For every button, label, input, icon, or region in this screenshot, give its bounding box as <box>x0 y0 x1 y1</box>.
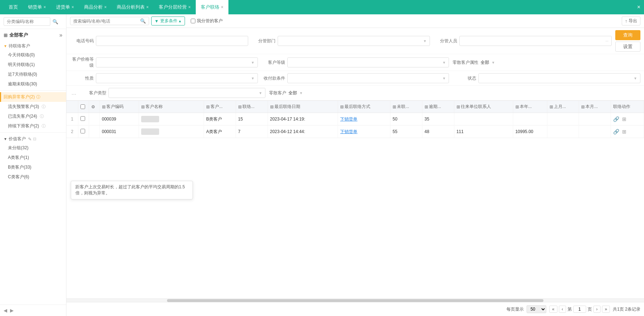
filter-more-btn[interactable]: ▼ 更多条件 ▲ <box>151 16 185 25</box>
phone-input[interactable] <box>96 36 248 46</box>
loss-warning-info-icon[interactable]: ⓘ <box>42 104 46 109</box>
th-last-contact-date: ⊞ 最后联络日期 <box>268 101 338 113</box>
pending-group-label: ▼ 待联络客户 <box>0 41 66 50</box>
row-1-checkbox[interactable] <box>80 116 85 121</box>
value-group-label: ▼ 价值客户 ✎ ⊡ <box>0 134 66 143</box>
row-2-check[interactable] <box>78 126 89 138</box>
sidebar-search-icon[interactable]: 🔍 <box>52 19 58 24</box>
nav-product-analysis[interactable]: 商品分析 × <box>79 0 112 14</box>
filter-search-icon[interactable]: 🔍 <box>140 18 146 24</box>
page-num-input[interactable] <box>573 306 586 313</box>
query-button[interactable]: 查询 <box>615 30 640 40</box>
row-2-link-icon[interactable]: 🔗 <box>613 129 619 135</box>
sidebar-item-a-class[interactable]: A类客户(1) <box>0 153 66 162</box>
rebuy-info-icon[interactable]: ⓘ <box>36 94 40 100</box>
th-name: ⊞ 客户名称 <box>139 101 204 113</box>
my-customer-check[interactable]: 我分管的客户 <box>191 18 223 24</box>
nav-purchase[interactable]: 进货单 × <box>51 0 79 14</box>
nav-product-list-close[interactable]: × <box>146 5 149 10</box>
cust-type-select[interactable]: ▼ <box>108 88 265 98</box>
gender-cell: 性质 ▼ <box>70 73 258 83</box>
row-1-this-month <box>579 113 611 126</box>
window-close-btn[interactable]: × <box>637 4 640 10</box>
row-1-link-icon[interactable]: 🔗 <box>613 116 619 122</box>
row-2-more-icon[interactable]: ⊞ <box>622 129 626 135</box>
retail-attr-inline[interactable]: 零散客户属性 全部 ▼ <box>453 57 640 67</box>
sidebar-collapse-btn[interactable]: » <box>59 32 62 38</box>
filter-dots-btn[interactable]: ... <box>71 90 76 96</box>
th-settings[interactable]: ⚙ <box>89 101 99 113</box>
cust-type-arrow: ▼ <box>259 91 262 95</box>
person-arrow: ··· <box>606 39 608 43</box>
row-1-last-date: 2023-04-17 14:19: <box>268 113 338 126</box>
settings-button[interactable]: 设置 <box>615 42 640 52</box>
dept-select[interactable]: ▼ <box>278 36 430 46</box>
lost-info-icon[interactable]: ⓘ <box>40 114 44 118</box>
sidebar-bottom: ◀ ▶ <box>0 305 66 316</box>
sidebar-item-today[interactable]: 今天待联络(0) <box>0 50 66 60</box>
sidebar-item-tomorrow[interactable]: 明天待联络(1) <box>0 60 66 70</box>
gender-select[interactable]: ▼ <box>96 73 258 83</box>
page-last-btn[interactable]: » <box>602 306 610 313</box>
row-1-code: 000039 <box>99 113 139 126</box>
page-first-btn[interactable]: « <box>549 306 557 313</box>
sidebar-arrow-right[interactable]: ▶ <box>10 308 14 313</box>
sidebar-item-loss-warning[interactable]: 流失预警客户(3) ⓘ <box>0 102 66 112</box>
sidebar-item-b-class[interactable]: B类客户(33) <box>0 162 66 172</box>
nav-product-analysis-close[interactable]: × <box>104 5 107 10</box>
row-1-more-icon[interactable]: ⊞ <box>622 116 626 122</box>
page-next-btn[interactable]: › <box>593 306 601 313</box>
page-size-select[interactable]: 50 100 200 <box>527 305 546 313</box>
sidebar-item-ungrouped[interactable]: 未分组(32) <box>0 143 66 153</box>
nav-product-list[interactable]: 商品分析列表 × <box>112 0 154 14</box>
price-level-cell: 客户价格等级 ▼ <box>70 56 258 69</box>
retail-cust-inline[interactable]: 零散客户 全部 ▼ <box>269 88 640 98</box>
row-1-action: 🔗 ⊞ <box>611 113 644 126</box>
price-level-arrow: ▼ <box>251 61 255 65</box>
my-customer-checkbox[interactable] <box>191 19 195 23</box>
cust-level-select[interactable]: ▼ <box>287 57 449 67</box>
nav-sales[interactable]: 销货单 × <box>23 0 51 14</box>
row-1-contact: 15 <box>236 113 268 126</box>
select-all-checkbox[interactable] <box>80 104 85 109</box>
payment-select[interactable]: ▼ <box>287 73 449 83</box>
row-1-settings <box>89 113 99 126</box>
filter-search-input[interactable] <box>73 19 139 24</box>
filter-row-2: 客户价格等级 ▼ 客户等级 ▼ 零散客户属性 全部 ▼ <box>66 54 644 71</box>
price-level-select[interactable]: ▼ <box>96 57 258 67</box>
row-1-check[interactable] <box>78 113 89 126</box>
sidebar-item-7days[interactable]: 近7天待联络(0) <box>0 70 66 79</box>
th-unit-contact: ⊞ 往来单位联系人 <box>454 101 513 113</box>
sidebar-item-overdue[interactable]: 逾期未联络(30) <box>0 79 66 89</box>
person-select[interactable]: ··· <box>459 36 612 46</box>
nav-sales-close[interactable]: × <box>43 5 46 10</box>
export-btn[interactable]: ↑ 导出 <box>622 16 640 25</box>
h-scroll[interactable] <box>66 298 644 302</box>
nav-home[interactable]: 首页 <box>4 0 23 14</box>
nav-purchase-close[interactable]: × <box>71 5 74 10</box>
nav-customer-contact-close[interactable]: × <box>221 5 223 10</box>
sidebar-item-lost[interactable]: 已流失客户(24) ⓘ <box>0 112 66 121</box>
nav-customer-tier[interactable]: 客户分层经营 × <box>154 0 196 14</box>
sidebar-item-rebuy[interactable]: 回购异常客户(2) ⓘ <box>0 92 66 102</box>
h-scroll-thumb[interactable] <box>167 299 543 302</box>
sidebar-item-c-class[interactable]: C类客户(6) <box>0 172 66 182</box>
nav-customer-contact[interactable]: 客户联络 × <box>196 0 228 14</box>
value-settings-icon[interactable]: ⊡ <box>33 137 36 141</box>
value-edit-icon[interactable]: ✎ <box>28 137 32 142</box>
nav-customer-tier-close[interactable]: × <box>188 5 191 10</box>
th-code: ⊞ 客户编码 <box>99 101 139 113</box>
sidebar-arrow-left[interactable]: ◀ <box>4 308 7 313</box>
payment-cell: 收付款条件 ▼ <box>261 73 449 83</box>
page-prev-btn[interactable]: ‹ <box>559 306 566 313</box>
th-check[interactable] <box>78 101 89 113</box>
tooltip-box: 距客户上次交易时长，超过了此客户的平均交易周期的1.5倍，则视为异常。 <box>71 181 193 199</box>
row-2-checkbox[interactable] <box>80 129 85 133</box>
table-row: 1 000039 B类客户 15 2023-04-17 14:19: 下销货单 … <box>66 113 644 126</box>
customer-table: ⚙ ⊞ 客户编码 ⊞ 客户名称 ⊞ 客户... ⊞ 联络... ⊞ 最后联络日期… <box>66 101 644 138</box>
top-nav: 首页 销货单 × 进货单 × 商品分析 × 商品分析列表 × 客户分层经营 × … <box>0 0 644 14</box>
sidebar-search-input[interactable] <box>4 17 50 26</box>
sidebar-item-declining[interactable]: 持续下滑客户(2) ⓘ <box>0 121 66 131</box>
declining-info-icon[interactable]: ⓘ <box>42 124 46 128</box>
status-select[interactable]: ▼ <box>478 73 640 83</box>
